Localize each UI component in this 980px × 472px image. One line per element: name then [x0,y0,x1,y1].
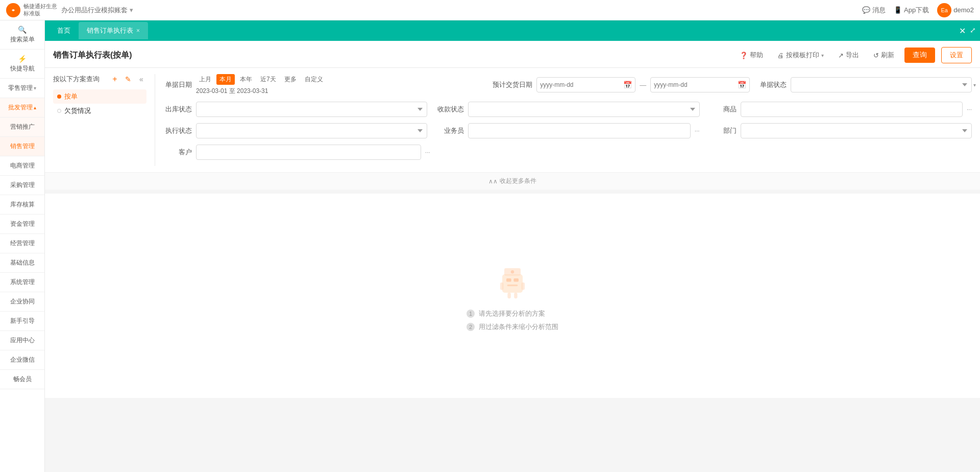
export-btn[interactable]: ↗ 导出 [834,49,863,62]
tab-close-icon[interactable]: × [136,27,140,34]
empty-tip-1: 1 请先选择要分析的方案 [467,309,558,318]
svg-rect-2 [506,278,511,281]
sidebar-item-purchase[interactable]: 采购管理 [0,176,44,195]
breadcrumb[interactable]: 办公用品行业模拟账套 ▾ [61,6,133,15]
window-controls: ✕ ⤢ [959,26,976,36]
filter-row-3: 执行状态 业务员 ··· [163,123,972,138]
date-tab-this-month[interactable]: 本月 [216,74,235,85]
message-btn[interactable]: 💬 消息 [862,6,886,15]
sidebar-item-retail[interactable]: 零售管理 ▾ [0,79,44,98]
collapse-btn[interactable]: ∧∧ 收起更多条件 [488,177,536,185]
scheme-item-order[interactable]: 按单 [53,89,146,104]
sidebar-item-member[interactable]: 畅会员 [0,370,44,389]
sidebar-item-wholesale[interactable]: 批发管理 ▴ [0,98,44,117]
window-expand-icon[interactable]: ⤢ [970,26,976,36]
add-scheme-icon[interactable]: + [110,74,120,84]
sidebar-item-inventory[interactable]: 库存核算 [0,195,44,215]
user-area[interactable]: Ea demo2 [937,3,974,17]
calendar-end-icon: 📅 [738,81,746,89]
scheme-item-shortage[interactable]: 欠货情况 [53,104,146,118]
delivery-status-select[interactable] [196,102,427,117]
export-icon: ↗ [838,52,844,59]
svg-rect-3 [513,278,519,281]
help-btn[interactable]: ❓ 帮助 [736,49,767,62]
sidebar-item-wechat[interactable]: 企业微信 [0,350,44,370]
payment-status-wrapper [468,102,699,117]
field-order-status: 单据状态 ▾ [758,77,972,92]
svg-point-10 [511,270,514,273]
help-icon: ❓ [740,52,748,59]
window-close-icon[interactable]: ✕ [959,26,966,36]
exec-status-wrapper [196,123,427,138]
field-payment-status: 收款状态 [435,102,699,117]
date-tab-more[interactable]: 更多 [281,74,300,85]
expected-date-start-input[interactable] [540,81,623,88]
tab-bar: 首页 销售订单执行表 × ✕ ⤢ [45,20,980,41]
filter-area: 按以下方案查询 + ✎ « 按单 [45,68,980,190]
sidebar-item-ecommerce[interactable]: 电商管理 [0,156,44,176]
field-delivery-status: 出库状态 [163,102,427,117]
salesman-more-icon[interactable]: ··· [695,127,700,134]
sidebar-item-sales[interactable]: 销售管理 [0,137,44,156]
expected-date-start[interactable]: 📅 [536,77,635,92]
inactive-dot [57,109,61,113]
expected-date-range: 📅 — 📅 [536,77,749,92]
logo-area: 畅捷通好生意 标准版 [6,3,57,17]
filter-row-4: 客户 ··· [163,145,972,160]
tab-sales-order[interactable]: 销售订单执行表 × [79,22,148,39]
app-download-btn[interactable]: 📱 App下载 [894,6,929,15]
expected-date-end[interactable]: 📅 [650,77,749,92]
date-tab-last-month[interactable]: 上月 [196,74,214,85]
order-status-select[interactable] [791,77,972,92]
svg-rect-8 [514,293,517,298]
svg-rect-1 [502,274,523,293]
filter-left: 按以下方案查询 + ✎ « 按单 [53,74,155,166]
customer-more-icon[interactable]: ··· [425,149,430,156]
nav-icon: ⚡ [18,55,27,63]
field-exec-status: 执行状态 [163,123,427,138]
sidebar-item-basic[interactable]: 基础信息 [0,253,44,273]
avatar: Ea [937,3,951,17]
sidebar-item-finance[interactable]: 资金管理 [0,215,44,234]
refresh-btn[interactable]: ↺ 刷新 [869,49,898,62]
sidebar-item-marketing[interactable]: 营销推广 [0,117,44,137]
print-btn[interactable]: 🖨 按模板打印 ▾ [773,49,828,62]
payment-status-select[interactable] [468,102,699,117]
field-dept: 部门 [708,123,972,138]
header-right: 💬 消息 📱 App下载 Ea demo2 [862,3,974,17]
content-area: 首页 销售订单执行表 × ✕ ⤢ 销售订单执行表(按单) ❓ 帮助 [45,20,980,472]
salesman-input[interactable] [468,123,690,138]
page-actions: ❓ 帮助 🖨 按模板打印 ▾ ↗ 导出 ↺ 刷新 [736,47,972,63]
date-tab-7days[interactable]: 近7天 [257,74,279,85]
goods-more-icon[interactable]: ··· [967,106,972,113]
filter-right: 单据日期 上月 本月 本年 近7天 更多 自定义 [155,74,972,166]
sidebar-item-guide[interactable]: 新手引导 [0,312,44,331]
exec-status-select[interactable] [196,123,427,138]
search-icon: 🔍 [18,26,27,34]
sidebar-item-appstore[interactable]: 应用中心 [0,331,44,350]
main-layout: 🔍 搜索菜单 ⚡ 快捷导航 零售管理 ▾ 批发管理 ▴ 营销推广 销售管理 电商… [0,20,980,472]
sidebar-item-nav[interactable]: ⚡ 快捷导航 [0,50,44,79]
field-customer: 客户 ··· [163,145,430,160]
svg-rect-6 [522,282,525,290]
dept-select[interactable] [741,123,972,138]
sidebar-item-system[interactable]: 系统管理 [0,273,44,292]
edit-scheme-icon[interactable]: ✎ [123,74,133,84]
goods-input[interactable] [741,102,963,117]
logo-icon [6,3,20,17]
date-tab-custom[interactable]: 自定义 [302,74,326,85]
collapse-scheme-icon[interactable]: « [136,74,146,84]
tab-home[interactable]: 首页 [49,22,79,39]
empty-illustration [492,260,533,301]
empty-tips: 1 请先选择要分析的方案 2 用过滤条件来缩小分析范围 [467,309,558,332]
query-btn[interactable]: 查询 [904,48,935,63]
dept-wrapper [741,123,972,138]
filter-left-icons: + ✎ « [110,74,146,84]
date-tab-this-year[interactable]: 本年 [237,74,255,85]
sidebar-item-operations[interactable]: 经营管理 [0,234,44,253]
settings-btn[interactable]: 设置 [941,47,972,63]
sidebar-item-search[interactable]: 🔍 搜索菜单 [0,20,44,50]
sidebar-item-enterprise[interactable]: 企业协同 [0,292,44,312]
customer-input[interactable] [196,145,421,160]
expected-date-end-input[interactable] [654,81,737,88]
